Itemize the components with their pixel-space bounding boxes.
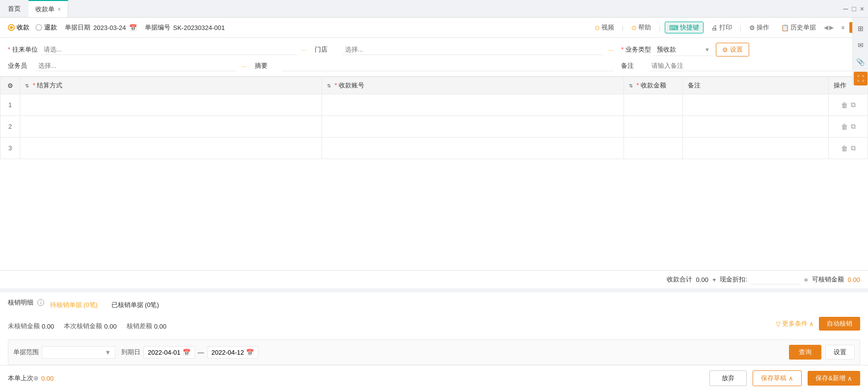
business-type-select[interactable]: 预收款 ▼ — [654, 44, 713, 56]
due-to-input[interactable]: 2022-04-12 📅 — [207, 346, 259, 359]
staff-label: 业务员 — [8, 61, 32, 70]
summary-input[interactable] — [282, 60, 613, 71]
uncanceled-value: 0.00 — [42, 323, 54, 330]
radio-shoukuan[interactable]: 收款 — [8, 23, 29, 32]
verify-title: 核销明细 i — [8, 298, 44, 307]
col-account-header: ⇅ * 收款账号 — [322, 77, 624, 94]
filter-icon: ▽ — [776, 320, 781, 328]
auto-btn[interactable]: 自动核销 — [819, 317, 860, 331]
note-label: 备注 — [621, 61, 646, 70]
single-date-value[interactable]: 2023-03-24 — [93, 24, 126, 31]
view-list-icon[interactable]: ≡ — [838, 22, 848, 33]
window-close-icon[interactable]: × — [860, 5, 864, 13]
tab-bar: 首页 收款单 × ─ □ × — [0, 0, 868, 18]
draft-btn[interactable]: 保存草稿 ∧ — [753, 370, 802, 386]
filter-settings-btn[interactable]: 设置 — [825, 345, 855, 360]
data-table: ⚙ ⇅ * 结算方式 ⇅ * 收款账号 ⇅ * 收款 — [0, 77, 868, 159]
calendar-icon[interactable]: 📅 — [129, 24, 137, 31]
filter-right: 查询 设置 — [789, 345, 855, 360]
more-conditions[interactable]: ▽ 更多条件 ∧ — [776, 319, 814, 328]
divider1: | — [622, 24, 624, 31]
copy-icon-1[interactable]: ⧉ — [851, 101, 856, 109]
shortcut-icon: ⌨ — [669, 24, 678, 31]
row-note-1[interactable] — [682, 94, 828, 116]
close-icon[interactable]: × — [57, 6, 61, 13]
verify-filters: ▽ 更多条件 ∧ 自动核销 — [776, 317, 860, 331]
row-note-2[interactable] — [682, 116, 828, 138]
minimize-icon[interactable]: ─ — [843, 5, 848, 13]
tab-home[interactable]: 首页 — [0, 0, 28, 17]
range-select[interactable]: ▼ — [42, 346, 115, 359]
video-btn[interactable]: ⊙ 视频 — [591, 22, 618, 33]
shop-ellipsis[interactable]: ··· — [608, 46, 613, 54]
staff-ellipsis[interactable]: ··· — [242, 62, 247, 70]
verify-stats: 未核销金额 0.00 本次核销金额 0.00 核销差额 0.00 — [8, 322, 166, 331]
due-to-value: 2022-04-12 — [212, 349, 244, 356]
sidebar-clip-icon[interactable]: 📎 — [854, 55, 868, 69]
print-btn[interactable]: 🖨 打印 — [707, 22, 736, 33]
divider2: | — [659, 24, 660, 31]
single-num-value[interactable]: SK-20230324-001 — [173, 24, 225, 31]
next-arrow[interactable]: ▶ — [829, 24, 834, 31]
col-settings-header[interactable]: ⚙ — [0, 77, 20, 94]
sidebar-table-icon[interactable]: ⊞ — [854, 22, 868, 35]
row-settlement-3[interactable] — [20, 138, 322, 159]
note-input[interactable] — [649, 60, 860, 71]
row-actions-1: 🗑 ⧉ — [829, 94, 868, 116]
cash-discount-input[interactable] — [751, 275, 800, 284]
pending-count: 0笔 — [85, 301, 95, 308]
due-date-field: 到期日 2022-04-01 📅 — 2022-04-12 📅 — [121, 346, 258, 359]
operation-btn[interactable]: ⚙ 操作 — [745, 22, 773, 33]
row-account-3[interactable] — [322, 138, 624, 159]
query-btn[interactable]: 查询 — [789, 345, 821, 360]
range-field: 单据范围 ▼ — [13, 346, 115, 359]
row-account-1[interactable] — [322, 94, 624, 116]
counterpart-field: * 往来单位 ··· — [8, 44, 307, 55]
radio-group: 收款 退款 — [8, 23, 57, 32]
copy-icon-3[interactable]: ⧉ — [851, 144, 856, 152]
main-content: 收款 退款 单据日期 2023-03-24 📅 单据编号 SK-20230324… — [0, 18, 868, 391]
required-star-2: * — [621, 46, 624, 53]
radio-circle-tuikuan — [35, 24, 42, 31]
counterpart-input[interactable] — [41, 44, 297, 55]
due-label: 到期日 — [121, 348, 140, 357]
maximize-icon[interactable]: □ — [852, 5, 856, 13]
plus-sign: + — [712, 276, 716, 283]
row-amount-3[interactable] — [624, 138, 682, 159]
row-actions-2: 🗑 ⧉ — [829, 116, 868, 138]
sidebar-email-icon[interactable]: ✉ — [854, 38, 868, 52]
pending-tab[interactable]: 待核销单据 (0笔) — [50, 300, 98, 310]
print-label: 打印 — [719, 23, 732, 32]
diff-stat: 核销差额 0.00 — [127, 322, 166, 331]
row-account-2[interactable] — [322, 116, 624, 138]
row-settlement-1[interactable] — [20, 94, 322, 116]
footer: 本单上次⊙ 0.00 放弃 保存草稿 ∧ 保存&新增 ∧ — [0, 365, 868, 391]
sidebar-screen-icon[interactable]: ⛶ — [854, 72, 868, 85]
row-settlement-2[interactable] — [20, 116, 322, 138]
counterpart-ellipsis[interactable]: ··· — [301, 46, 307, 54]
radio-label-shoukuan: 收款 — [17, 23, 29, 32]
delete-icon-1[interactable]: 🗑 — [841, 101, 848, 109]
row-note-3[interactable] — [682, 138, 828, 159]
due-from-input[interactable]: 2022-04-01 📅 — [143, 346, 195, 359]
save-new-btn[interactable]: 保存&新增 ∧ — [808, 371, 860, 386]
shop-input[interactable] — [342, 44, 603, 55]
staff-input[interactable] — [35, 60, 237, 71]
copy-icon-2[interactable]: ⧉ — [851, 122, 856, 131]
single-date-label: 单据日期 — [65, 23, 90, 32]
tab-active[interactable]: 收款单 × — [28, 0, 68, 17]
info-icon[interactable]: i — [37, 299, 44, 306]
row-amount-2[interactable] — [624, 116, 682, 138]
prev-arrow[interactable]: ◀ — [824, 24, 828, 31]
history-btn[interactable]: 📋 历史单据 — [777, 22, 820, 33]
shortcut-btn[interactable]: ⌨ 快捷键 — [665, 22, 704, 33]
done-tab[interactable]: 已核销单据 (0笔) — [111, 300, 159, 310]
row-amount-1[interactable] — [624, 94, 682, 116]
settings-btn[interactable]: ⚙ 设置 — [716, 43, 749, 56]
delete-icon-3[interactable]: 🗑 — [841, 144, 848, 152]
delete-icon-2[interactable]: 🗑 — [841, 123, 848, 131]
form-row-1: * 往来单位 ··· 门店 ··· * 业务类型 预收款 ▼ — [8, 43, 860, 56]
help-btn[interactable]: ⊙ 帮助 — [627, 22, 655, 33]
abandon-btn[interactable]: 放弃 — [709, 370, 747, 386]
radio-tuikuan[interactable]: 退款 — [35, 23, 57, 32]
